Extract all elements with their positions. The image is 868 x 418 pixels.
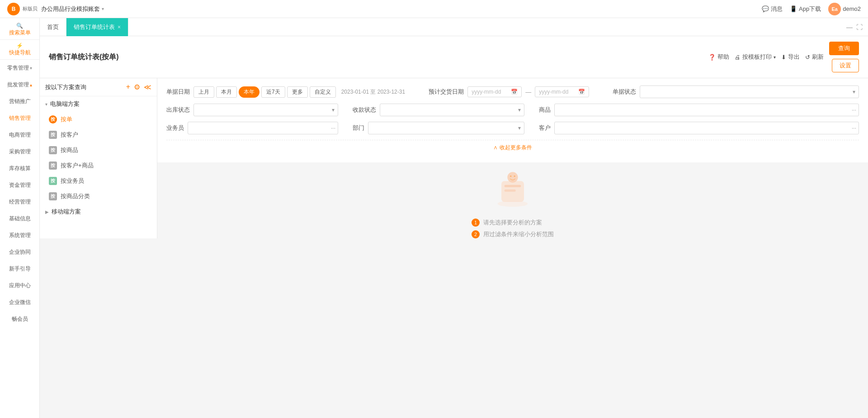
tab-home[interactable]: 首页 [40,18,66,36]
sidebar-wechat-label: 企业微信 [9,299,31,306]
page-header-actions: ❓ 帮助 🖨 按模板打印 ▾ ⬇ 导出 ↺ 刷新 [708,42,859,78]
company-selector[interactable]: 办公用品行业模拟账套 ▾ [41,5,104,13]
sidebar-item-enterprise[interactable]: 企业协同 [0,244,39,261]
collapse-label: ∧ 收起更多条件 [493,144,532,151]
sidebar-item-guide[interactable]: 新手引导 [0,261,39,277]
sidebar-item-basic[interactable]: 基础信息 [0,210,39,227]
customer-input[interactable] [554,122,859,134]
sidebar-item-marketing[interactable]: 营销推广 [0,93,39,110]
this-year-btn[interactable]: 本年 [239,86,259,98]
expected-date-start[interactable]: yyyy-mm-dd 📅 [467,86,522,97]
staff-input[interactable] [188,122,338,134]
sidebar-item-stock[interactable]: 库存核算 [0,160,39,177]
help-button[interactable]: ❓ 帮助 [708,53,729,61]
collapse-button[interactable]: ∧ 收起更多条件 [166,140,859,155]
expected-date-end[interactable]: yyyy-mm-dd 📅 [535,86,589,97]
tree-icon-by-cust-goods: 按 [49,162,57,170]
last7d-btn[interactable]: 近7天 [261,86,285,98]
dept-select[interactable] [368,122,524,134]
goods-dots-icon[interactable]: ··· [852,107,856,113]
settings-button[interactable]: 设置 [832,59,859,72]
dept-label: 部门 [353,124,364,132]
collapse-panel-button[interactable]: ≪ [144,83,151,91]
status-filter-group: 单据状态 [613,86,859,98]
query-button[interactable]: 查询 [829,42,859,55]
message-button[interactable]: 💬 消息 [762,5,783,13]
tree-icon-by-order: 按 [49,115,57,124]
sidebar-item-retail[interactable]: 零售管理 ▾ [0,60,39,76]
panel-header-icons: + ⚙ ≪ [126,83,151,91]
panel-header: 按以下方案查询 + ⚙ ≪ [40,78,157,96]
refresh-label: 刷新 [812,53,824,61]
help-icon: ❓ [708,54,716,61]
staff-dots-icon[interactable]: ··· [331,125,335,131]
customer-dots-icon[interactable]: ··· [852,125,856,131]
pc-group-header[interactable]: ▾ 电脑端方案 [40,96,157,112]
body-layout: 按以下方案查询 + ⚙ ≪ ▾ 电脑端方案 按 按单 [40,78,868,238]
settings-scheme-button[interactable]: ⚙ [134,83,140,91]
sidebar-search-item[interactable]: 🔍 搜索菜单 [0,18,39,40]
sidebar-marketing-label: 营销推广 [9,98,31,105]
filter-section: 单据日期 上月 本月 本年 近7天 更多 自定义 [157,78,868,162]
sidebar-item-apps[interactable]: 应用中心 [0,277,39,294]
custom-btn[interactable]: 自定义 [310,86,336,98]
message-label: 消息 [771,5,783,13]
tab-close-button[interactable]: × [118,24,121,30]
maximize-icon[interactable]: ⛶ [856,24,863,31]
sidebar-item-sales[interactable]: 销售管理 [0,110,39,127]
page-title: 销售订单统计表(按单) [49,52,119,67]
more-btn[interactable]: 更多 [287,86,308,98]
tree-item-by-goods[interactable]: 按 按商品 [40,142,157,158]
tree-item-by-cust-goods[interactable]: 按 按客户+商品 [40,158,157,173]
sidebar-purchase-label: 采购管理 [9,148,31,156]
mobile-expand-icon: ▶ [45,209,49,214]
refresh-button[interactable]: ↺ 刷新 [805,53,824,61]
tab-sales-order-stats[interactable]: 销售订单统计表 × [66,18,128,36]
sidebar-item-member[interactable]: 畅会员 [0,311,39,328]
minimize-icon[interactable]: — [846,24,853,31]
app-download-button[interactable]: 📱 App下载 [790,5,821,13]
filter-row-2: 出库状态 收款状态 [166,104,859,116]
search-icon: 🔍 [4,23,36,29]
sidebar-item-wholesale[interactable]: 批发管理 ▴ [0,76,39,93]
sidebar-apps-label: 应用中心 [9,282,31,290]
tree-item-by-customer[interactable]: 按 按客户 [40,127,157,142]
svg-rect-3 [505,190,516,192]
pay-status-select[interactable] [380,104,524,116]
print-template-button[interactable]: 🖨 按模板打印 ▾ [735,53,776,61]
sidebar-enterprise-label: 企业协同 [9,248,31,256]
mobile-group-header[interactable]: ▶ 移动端方案 [40,204,157,219]
this-month-btn[interactable]: 本月 [216,86,237,98]
ship-status-select[interactable] [193,104,338,116]
tab-active-label: 销售订单统计表 [74,23,115,31]
sidebar-item-operation[interactable]: 经营管理 [0,194,39,210]
expected-date-end-text: yyyy-mm-dd [539,89,568,95]
export-icon: ⬇ [781,54,786,61]
logo-icon: B [7,3,20,15]
page-header: 销售订单统计表(按单) ❓ 帮助 🖨 按模板打印 ▾ ⬇ 导出 [40,36,868,78]
dept-select-wrap [368,122,524,134]
sidebar-quicknav-item[interactable]: ⚡ 快捷导航 [0,40,39,60]
sidebar-item-system[interactable]: 系统管理 [0,227,39,244]
tree-item-by-order[interactable]: 按 按单 [40,112,157,127]
export-button[interactable]: ⬇ 导出 [781,53,800,61]
ship-status-label: 出库状态 [166,106,190,114]
sidebar: 🔍 搜索菜单 ⚡ 快捷导航 零售管理 ▾ 批发管理 ▴ 营销推广 销售管理 电商… [0,18,40,418]
sidebar-item-finance[interactable]: 资金管理 [0,177,39,194]
logo-area: B 标版贝 [7,3,38,15]
sidebar-basic-label: 基础信息 [9,215,31,223]
last-month-btn[interactable]: 上月 [193,86,214,98]
tree-label-by-order: 按单 [61,115,72,124]
logo-initial: B [12,6,16,12]
user-profile[interactable]: Ea demo2 [828,3,861,15]
page-content: 销售订单统计表(按单) ❓ 帮助 🖨 按模板打印 ▾ ⬇ 导出 [40,36,868,418]
status-select[interactable] [640,86,859,98]
add-scheme-button[interactable]: + [126,83,130,91]
tree-item-by-category[interactable]: 按 按商品分类 [40,189,157,204]
sidebar-item-purchase[interactable]: 采购管理 [0,143,39,160]
mobile-group-label: 移动端方案 [52,208,81,216]
tree-item-by-staff[interactable]: 按 按业务员 [40,173,157,189]
goods-input[interactable] [554,104,859,116]
sidebar-item-ecommerce[interactable]: 电商管理 [0,127,39,143]
sidebar-item-wechat[interactable]: 企业微信 [0,294,39,311]
